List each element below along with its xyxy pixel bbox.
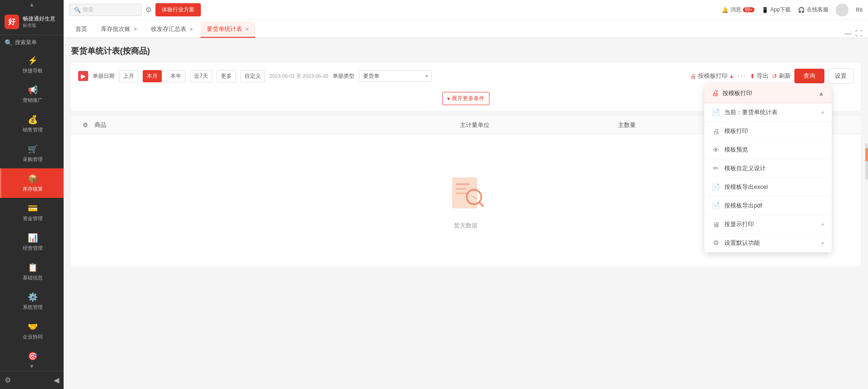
sidebar-item-operations[interactable]: 📊 经营管理 xyxy=(0,227,64,257)
filter-expand-button[interactable]: ▶ xyxy=(78,71,88,81)
sidebar-scroll-up[interactable]: ▲ xyxy=(0,0,64,9)
basic-icon: 📋 xyxy=(28,263,38,273)
dropdown-header-left: 🖨 按模板打印 xyxy=(712,89,752,97)
username-label: Rit xyxy=(856,7,863,13)
date-last-month[interactable]: 上月 xyxy=(119,70,138,82)
dropdown-item-template-excel[interactable]: 📄 按模板导出excel xyxy=(704,178,832,197)
date-range-display: 2023-06-01 至 2023-06-30 xyxy=(269,73,329,80)
date-custom[interactable]: 自定义 xyxy=(240,70,265,82)
dropdown-collapse-icon[interactable]: ▲ xyxy=(818,90,824,97)
trial-button[interactable]: 体验行业方案 xyxy=(155,3,201,16)
sidebar-item-collab[interactable]: 🤝 企业协同 xyxy=(0,316,64,346)
window-expand-icon[interactable]: ⛶ xyxy=(855,30,863,38)
sidebar: ▲ 好 畅捷通好生意 标准版 🔍 搜索菜单 ⚡ 快捷导航 📢 营销推广 💰 销售… xyxy=(0,0,64,389)
dropdown-item-template-pdf[interactable]: 📄 按模板导出pdf xyxy=(704,197,832,215)
print-chevron-icon: ▲ xyxy=(729,74,734,79)
dropdown-item-template-design[interactable]: ✏ 模板自定义设计 xyxy=(704,159,832,178)
online-service-label: 在线客服 xyxy=(807,6,828,14)
tab-inventory-batch-close[interactable]: ✕ xyxy=(133,26,137,32)
topbar-gear-icon[interactable]: ⚙ xyxy=(145,5,152,14)
print-icon: 🖨 xyxy=(690,73,696,80)
collapse-icon[interactable]: ◀ xyxy=(54,376,59,384)
top-bar-right: 🔔 消息 99+ 📱 App下载 🎧 在线客服 Rit xyxy=(722,4,863,16)
search-icon: 🔍 xyxy=(5,39,12,46)
dropdown-item-template-print[interactable]: 🖨 模板打印 xyxy=(704,122,832,141)
tab-home[interactable]: 首页 xyxy=(69,21,94,38)
app-version: 标准版 xyxy=(23,22,55,29)
expand-more-button[interactable]: ▾ 展开更多条件 xyxy=(442,92,489,105)
settings-button[interactable]: 设置 xyxy=(828,68,853,84)
marketing-icon: 📢 xyxy=(28,85,38,95)
top-bar-search[interactable]: 🔍 搜索 xyxy=(69,4,142,16)
template-design-label: 模板自定义设计 xyxy=(724,164,766,172)
notifications-item[interactable]: 🔔 消息 99+ xyxy=(722,6,754,14)
dropdown-display-print[interactable]: 🖥 按显示打印 ▾ xyxy=(704,215,832,234)
refresh-button[interactable]: ↺ 刷新 xyxy=(772,72,791,80)
set-default-icon: ⚙ xyxy=(712,239,720,247)
date-last-7-days[interactable]: 近7天 xyxy=(190,70,212,82)
display-print-chevron: ▾ xyxy=(821,221,824,228)
sidebar-logo: 好 畅捷通好生意 标准版 xyxy=(0,9,64,35)
set-default-chevron: ▾ xyxy=(821,240,824,247)
sidebar-item-basic[interactable]: 📋 基础信息 xyxy=(0,257,64,287)
tab-collection-summary-close[interactable]: ✕ xyxy=(189,26,193,32)
topbar-search-icon: 🔍 xyxy=(74,7,81,13)
current-template-icon: 📄 xyxy=(712,108,720,116)
doc-type-select[interactable]: 要货单 xyxy=(359,70,432,82)
query-button[interactable]: 查询 xyxy=(794,69,824,83)
more-options-icon[interactable]: ··· xyxy=(738,72,746,80)
sidebar-item-purchase[interactable]: 🛒 采购管理 xyxy=(0,139,64,168)
tab-bar: 首页 库存批次账 ✕ 收发存汇总表 ✕ 要货单统计表 ✕ — ⛶ xyxy=(64,20,868,38)
dropdown-item-template-preview[interactable]: 👁 模板预览 xyxy=(704,141,832,159)
export-label: 导出 xyxy=(757,72,768,80)
sidebar-item-finance[interactable]: 💳 资金管理 xyxy=(0,198,64,227)
date-this-year[interactable]: 本年 xyxy=(166,70,185,82)
tab-order-stats-close[interactable]: ✕ xyxy=(245,26,249,32)
online-service-item[interactable]: 🎧 在线客服 xyxy=(798,6,828,14)
sidebar-item-sales[interactable]: 💰 销售管理 xyxy=(0,109,64,139)
template-excel-icon: 📄 xyxy=(712,183,720,191)
sales-icon: 💰 xyxy=(28,115,38,125)
window-minimize-icon[interactable]: — xyxy=(844,30,852,38)
sidebar-item-guide[interactable]: 🎯 新手引导 xyxy=(0,346,64,362)
template-design-icon: ✏ xyxy=(712,164,720,172)
inventory-icon: 📦 xyxy=(28,174,38,184)
print-button[interactable]: 🖨 按模板打印 ▲ xyxy=(690,72,734,80)
table-col-gear[interactable]: ⚙ xyxy=(76,121,95,128)
top-bar: 🔍 搜索 ⚙ 体验行业方案 🔔 消息 99+ 📱 App下载 🎧 在线客服 Ri… xyxy=(64,0,868,20)
sidebar-item-quick-nav[interactable]: ⚡ 快捷导航 xyxy=(0,50,64,80)
sidebar-item-label: 采购管理 xyxy=(23,156,43,163)
scroll-indicator[interactable] xyxy=(865,143,868,180)
print-menu-icon: 🖨 xyxy=(712,89,719,97)
sidebar-item-system[interactable]: ⚙️ 系统管理 xyxy=(0,287,64,316)
app-download-item[interactable]: 📱 App下载 xyxy=(762,6,791,14)
settings-gear-icon[interactable]: ⚙ xyxy=(5,376,11,384)
sidebar-scroll-down[interactable]: ▼ xyxy=(0,362,64,371)
date-more[interactable]: 更多 xyxy=(217,70,236,82)
sidebar-search[interactable]: 🔍 搜索菜单 xyxy=(0,35,64,50)
sidebar-item-label: 基础信息 xyxy=(23,274,43,281)
sidebar-item-marketing[interactable]: 📢 营销推广 xyxy=(0,80,64,109)
sidebar-item-label: 库存核算 xyxy=(23,186,43,192)
dropdown-set-default-left: ⚙ 设置默认功能 xyxy=(712,239,760,247)
expand-more-icon: ▾ xyxy=(447,96,450,102)
export-icon: ⬆ xyxy=(750,73,755,80)
tab-order-stats[interactable]: 要货单统计表 ✕ xyxy=(200,21,255,38)
user-avatar[interactable] xyxy=(836,4,848,16)
app-name: 畅捷通好生意 xyxy=(23,15,55,23)
page-title: 要货单统计表(按商品) xyxy=(71,45,861,56)
date-this-month[interactable]: 本月 xyxy=(143,70,162,82)
purchase-icon: 🛒 xyxy=(28,144,38,154)
dropdown-current-template[interactable]: 📄 当前：要货单统计表 ▾ xyxy=(704,103,832,122)
tab-inventory-batch[interactable]: 库存批次账 ✕ xyxy=(95,21,144,38)
tab-collection-summary[interactable]: 收发存汇总表 ✕ xyxy=(145,21,200,38)
sidebar-item-inventory[interactable]: 📦 库存核算 xyxy=(0,168,64,198)
notifications-badge: 99+ xyxy=(743,7,754,12)
svg-rect-1 xyxy=(456,183,469,185)
sidebar-bottom: ⚙ ◀ xyxy=(0,371,64,389)
export-button[interactable]: ⬆ 导出 xyxy=(750,72,768,80)
refresh-icon: ↺ xyxy=(772,73,777,80)
sidebar-item-label: 资金管理 xyxy=(23,215,43,222)
template-print-icon: 🖨 xyxy=(712,127,720,135)
dropdown-set-default[interactable]: ⚙ 设置默认功能 ▾ xyxy=(704,234,832,253)
